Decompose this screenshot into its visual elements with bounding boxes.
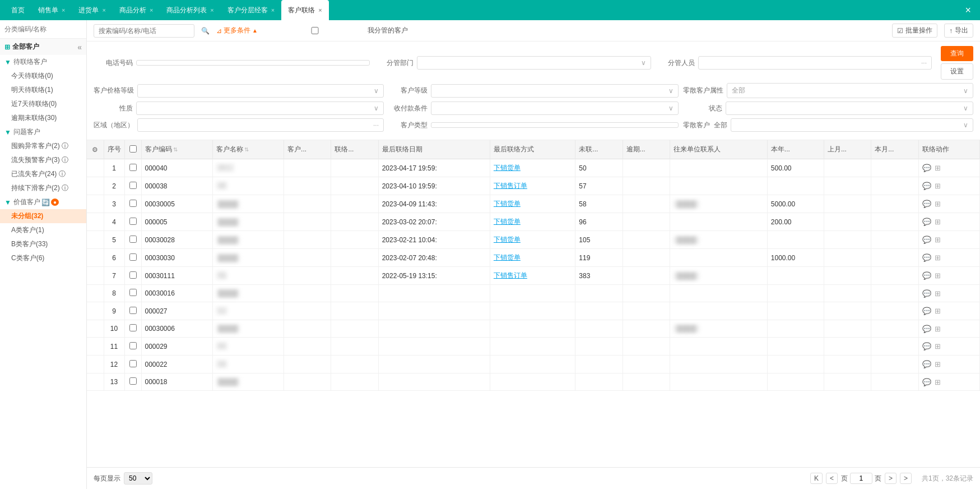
grid-action-icon[interactable]: ⊞ xyxy=(935,342,941,350)
comment-icon[interactable]: 💬 xyxy=(922,236,931,244)
next-page-button[interactable]: > xyxy=(885,473,897,484)
comment-icon[interactable]: 💬 xyxy=(922,325,931,333)
row-checkbox[interactable] xyxy=(129,377,137,385)
td-last-type[interactable] xyxy=(490,338,575,356)
comment-icon[interactable]: 💬 xyxy=(922,342,931,350)
retail-attr-input[interactable]: 全部 ∨ xyxy=(727,83,973,98)
td-checkbox[interactable] xyxy=(124,356,141,373)
sidebar-item-class-c[interactable]: C类客户(6) xyxy=(0,251,86,265)
sidebar-group-value[interactable]: ▼ 价值客户 🔄 ● xyxy=(0,195,86,209)
comment-icon[interactable]: 💬 xyxy=(922,271,931,280)
td-last-type[interactable] xyxy=(490,285,575,302)
grid-action-icon[interactable]: ⊞ xyxy=(935,182,941,190)
phone-input[interactable] xyxy=(136,60,370,66)
select-all-checkbox[interactable] xyxy=(129,145,137,153)
grid-action-icon[interactable]: ⊞ xyxy=(935,200,941,208)
td-checkbox[interactable] xyxy=(124,285,141,302)
td-last-type[interactable]: 下销售订单 xyxy=(490,267,575,285)
td-last-type[interactable] xyxy=(490,373,575,391)
td-checkbox[interactable] xyxy=(124,338,141,356)
sidebar-group-problem[interactable]: ▼ 问题客户 xyxy=(0,125,86,139)
search-input[interactable] xyxy=(94,24,194,38)
nav-customer-segment[interactable]: 客户分层经客 × xyxy=(221,0,281,20)
comment-icon[interactable]: 💬 xyxy=(922,378,931,386)
grid-action-icon[interactable]: ⊞ xyxy=(935,236,941,244)
sidebar-group-waiting[interactable]: ▼ 待联络客户 xyxy=(0,55,86,69)
td-checkbox[interactable] xyxy=(124,249,141,267)
nav-product-list-close[interactable]: × xyxy=(210,7,213,13)
nav-purchase-close[interactable]: × xyxy=(102,7,105,13)
row-checkbox[interactable] xyxy=(129,342,137,349)
grid-action-icon[interactable]: ⊞ xyxy=(935,325,941,333)
row-checkbox[interactable] xyxy=(129,236,137,243)
row-checkbox[interactable] xyxy=(129,164,137,171)
sort-icon2[interactable]: ⇅ xyxy=(244,146,249,153)
customer-level-input[interactable]: ∨ xyxy=(431,84,679,98)
comment-icon[interactable]: 💬 xyxy=(922,218,931,226)
payment-input[interactable]: ∨ xyxy=(431,102,679,115)
td-last-type[interactable]: 下销货单 xyxy=(490,249,575,267)
td-checkbox[interactable] xyxy=(124,195,141,213)
td-last-type[interactable]: 下销售订单 xyxy=(490,177,575,195)
status-input[interactable]: ∨ xyxy=(726,102,973,115)
grid-action-icon[interactable]: ⊞ xyxy=(935,164,941,172)
region-input[interactable]: ··· xyxy=(137,118,384,132)
nav-purchase[interactable]: 进货单 × xyxy=(72,0,112,20)
comment-icon[interactable]: 💬 xyxy=(922,253,931,262)
sidebar-item-7days[interactable]: 近7天待联络(0) xyxy=(0,97,86,111)
row-checkbox[interactable] xyxy=(129,289,137,296)
sidebar-item-class-b[interactable]: B类客户(33) xyxy=(0,237,86,251)
th-settings[interactable]: ⚙ xyxy=(87,140,104,159)
page-size-select[interactable]: 10 20 50 100 xyxy=(124,472,152,485)
td-checkbox[interactable] xyxy=(124,267,141,285)
customer-type-input[interactable] xyxy=(431,122,679,128)
sidebar-item-ungroup[interactable]: 未分组(32) xyxy=(0,209,86,223)
td-checkbox[interactable] xyxy=(124,302,141,320)
row-checkbox[interactable] xyxy=(129,218,137,225)
last-page-button[interactable]: > xyxy=(900,473,912,484)
td-checkbox[interactable] xyxy=(124,231,141,249)
row-checkbox[interactable] xyxy=(129,360,137,367)
td-last-type[interactable]: 下销货单 xyxy=(490,213,575,231)
th-select[interactable] xyxy=(124,140,141,159)
batch-operation-button[interactable]: ☑ 批量操作 xyxy=(892,24,937,38)
sidebar-item-class-a[interactable]: A类客户(1) xyxy=(0,223,86,237)
sidebar-item-tomorrow[interactable]: 明天待联络(1) xyxy=(0,83,86,97)
export-button[interactable]: ↑ 导出 xyxy=(944,24,973,38)
grid-action-icon[interactable]: ⊞ xyxy=(935,253,941,262)
td-last-type[interactable]: 下销货单 xyxy=(490,159,575,177)
page-input[interactable] xyxy=(850,473,872,484)
row-checkbox[interactable] xyxy=(129,324,137,331)
td-checkbox[interactable] xyxy=(124,213,141,231)
manager-input[interactable]: ··· xyxy=(698,56,932,70)
comment-icon[interactable]: 💬 xyxy=(922,164,931,172)
query-button[interactable]: 查询 xyxy=(941,46,973,61)
filter-search-icon[interactable]: 🔍 xyxy=(201,27,210,35)
sidebar-search-input[interactable] xyxy=(4,25,87,33)
td-last-type[interactable] xyxy=(490,356,575,373)
comment-icon[interactable]: 💬 xyxy=(922,360,931,368)
td-checkbox[interactable] xyxy=(124,373,141,391)
row-checkbox[interactable] xyxy=(129,307,137,314)
sidebar-item-abnormal[interactable]: 囤购异常客户(2) ⓘ xyxy=(0,139,86,153)
row-checkbox[interactable] xyxy=(129,271,137,279)
dept-input[interactable]: ∨ xyxy=(417,56,651,70)
comment-icon[interactable]: 💬 xyxy=(922,289,931,298)
retail-customer-input[interactable]: ∨ xyxy=(731,118,973,132)
td-last-type[interactable] xyxy=(490,302,575,320)
nav-sales[interactable]: 销售单 × xyxy=(31,0,72,20)
nav-home[interactable]: 首页 xyxy=(4,0,31,20)
comment-icon[interactable]: 💬 xyxy=(922,182,931,190)
sort-icon[interactable]: ⇅ xyxy=(173,146,178,153)
nav-product-analysis-close[interactable]: × xyxy=(150,7,153,13)
more-conditions-button[interactable]: ⊿ 更多条件 ▲ xyxy=(216,26,258,35)
nav-sales-close[interactable]: × xyxy=(62,7,65,13)
nav-product-list[interactable]: 商品分析列表 × xyxy=(160,0,220,20)
td-last-type[interactable]: 下销货单 xyxy=(490,231,575,249)
row-checkbox[interactable] xyxy=(129,200,137,207)
price-level-input[interactable]: ∨ xyxy=(137,84,384,98)
comment-icon[interactable]: 💬 xyxy=(922,307,931,315)
sidebar-item-today[interactable]: 今天待联络(0) xyxy=(0,69,86,83)
nav-customer-segment-close[interactable]: × xyxy=(271,7,275,13)
nav-customer-contact[interactable]: 客户联络 × xyxy=(281,0,328,20)
